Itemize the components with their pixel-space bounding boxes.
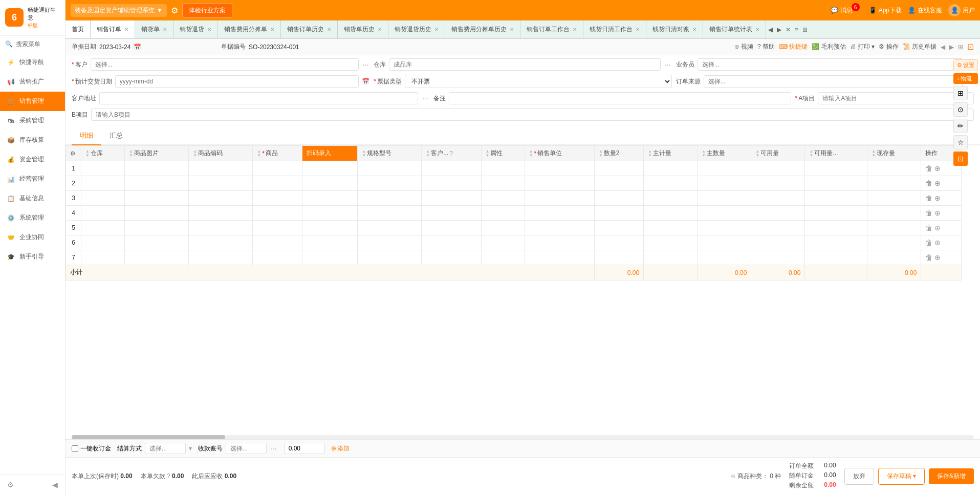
calendar-icon[interactable]: 📅 — [134, 44, 141, 51]
row-copy-icon[interactable]: ⊕ — [934, 253, 941, 262]
tab-close-icon[interactable]: ✕ — [692, 27, 696, 32]
side-btn-3[interactable]: ✏ — [953, 119, 968, 133]
sidebar-item-basic[interactable]: 📋 基础信息 — [0, 189, 65, 208]
salesperson-input[interactable] — [698, 58, 963, 71]
tab-sales-order[interactable]: 销售订单 ✕ — [91, 20, 135, 39]
tab-return-history[interactable]: 销货退货历史 ✕ — [388, 20, 445, 39]
help-icon[interactable]: ? — [167, 472, 170, 480]
video-action[interactable]: ⊙ 视频 — [734, 42, 753, 51]
row-delete-icon[interactable]: 🗑 — [925, 253, 932, 262]
one-click-checkbox[interactable] — [72, 445, 78, 452]
row-delete-icon[interactable]: 🗑 — [925, 209, 932, 217]
tab-close-icon[interactable]: ✕ — [755, 27, 759, 32]
settings-panel-button[interactable]: ⚙ 设置 — [953, 59, 978, 71]
industry-plan-button[interactable]: 体验行业方案 — [182, 3, 232, 18]
payment-dropdown-icon[interactable]: ▾ — [189, 445, 192, 452]
row-copy-icon[interactable]: ⊕ — [934, 164, 941, 173]
tab-nav-close[interactable]: ✕ — [783, 20, 793, 39]
warehouse-more-icon[interactable]: ··· — [664, 59, 672, 70]
customer-input[interactable] — [91, 58, 359, 71]
tab-close-icon[interactable]: ✕ — [434, 27, 439, 32]
draft-dropdown-icon[interactable]: ▾ — [913, 472, 916, 480]
grid-icon[interactable]: ⊞ — [958, 44, 963, 51]
save-new-button[interactable]: 保存&新增 — [929, 468, 974, 484]
tab-nav-expand[interactable]: ⊞ — [800, 20, 810, 39]
nav-prev-icon[interactable]: ◀ — [941, 44, 945, 51]
b-project-input[interactable] — [91, 109, 974, 121]
order-source-input[interactable] — [704, 75, 963, 88]
sku-icon[interactable]: ⊙ — [731, 472, 736, 480]
side-btn-2[interactable]: ⊙ — [953, 102, 968, 117]
help-action[interactable]: ? 帮助 — [757, 42, 775, 51]
tab-close-icon[interactable]: ✕ — [163, 27, 167, 32]
sidebar-item-inventory[interactable]: 📦 库存核算 — [0, 131, 65, 150]
expand-icon[interactable]: ⊡ — [967, 42, 974, 52]
tab-home[interactable]: 首页 — [66, 20, 91, 39]
row-delete-icon[interactable]: 🗑 — [925, 239, 932, 247]
nav-next-icon[interactable]: ▶ — [949, 44, 954, 51]
side-btn-4[interactable]: ☆ — [953, 135, 968, 149]
settings-gear-icon[interactable]: ⚙ — [171, 6, 178, 15]
add-payment-button[interactable]: ⊕ 添加 — [331, 444, 350, 453]
side-btn-5[interactable]: ⊡ — [953, 152, 968, 166]
history-action[interactable]: 📜 历史单据 — [903, 42, 937, 51]
row-delete-icon[interactable]: 🗑 — [925, 179, 932, 187]
tab-sales-return[interactable]: 销货退货 ✕ — [173, 20, 218, 39]
delivery-date-input[interactable] — [115, 75, 359, 88]
sidebar-item-enterprise[interactable]: 🤝 企业协同 — [0, 228, 65, 247]
tab-sales-expense[interactable]: 销售费用分摊单 ✕ — [218, 20, 281, 39]
shortcut-action[interactable]: ⌨ 快捷键 — [779, 42, 808, 51]
sidebar-item-finance[interactable]: 💰 资金管理 — [0, 150, 65, 169]
tab-close-icon[interactable]: ✕ — [636, 27, 640, 32]
sidebar-item-quicknav[interactable]: ⚡ 快捷导航 — [0, 53, 65, 72]
tab-sales-slip[interactable]: 销货单 ✕ — [135, 20, 173, 39]
tab-close-icon[interactable]: ✕ — [270, 27, 274, 32]
sidebar-item-marketing[interactable]: 📢 营销推广 — [0, 72, 65, 92]
collapse-icon[interactable]: ◀ — [49, 479, 61, 491]
print-action[interactable]: 🖨 打印 ▾ — [850, 42, 875, 51]
sidebar-item-operations[interactable]: 📊 经营管理 — [0, 169, 65, 189]
row-delete-icon[interactable]: 🗑 — [925, 164, 932, 173]
tab-reconcile[interactable]: 钱货日清对账 ✕ — [646, 20, 703, 39]
operation-action[interactable]: ⚙ 操作 — [879, 42, 898, 51]
tab-summary[interactable]: 汇总 — [101, 127, 131, 145]
tab-close-icon[interactable]: ✕ — [124, 27, 128, 32]
tab-close-icon[interactable]: ✕ — [510, 27, 514, 32]
sidebar-item-sales[interactable]: 🛒 销售管理 — [0, 92, 65, 111]
calendar-icon-2[interactable]: 📅 — [362, 78, 369, 85]
address-more-icon[interactable]: ··· — [421, 93, 429, 103]
warehouse-input[interactable] — [389, 58, 661, 71]
a-project-input[interactable] — [818, 92, 974, 104]
notification-item[interactable]: 💬 消息 6 — [831, 6, 863, 15]
tab-close-icon[interactable]: ✕ — [378, 27, 382, 32]
sidebar-item-purchase[interactable]: 🛍 采购管理 — [0, 111, 65, 131]
profit-estimate-action[interactable]: 💹 毛利预估 — [812, 42, 845, 51]
tab-expense-history[interactable]: 销售费用分摊单历史 ✕ — [445, 20, 520, 39]
tab-nav-prev[interactable]: ◀ — [766, 20, 775, 39]
row-copy-icon[interactable]: ⊕ — [934, 239, 941, 247]
logistics-panel-button[interactable]: + 物流 — [953, 73, 978, 84]
discard-button[interactable]: 放弃 — [844, 468, 874, 485]
payment-method-input[interactable] — [145, 443, 186, 454]
row-copy-icon[interactable]: ⊕ — [934, 179, 941, 187]
tab-close-icon[interactable]: ✕ — [327, 27, 331, 32]
account-input[interactable] — [226, 443, 267, 454]
sidebar-item-guide[interactable]: 🎓 新手引导 — [0, 247, 65, 267]
settings-icon[interactable]: ⚙ — [70, 150, 76, 157]
address-input[interactable] — [99, 92, 418, 104]
customer-more-icon[interactable]: ··· — [362, 59, 370, 70]
tab-close-icon[interactable]: ✕ — [573, 27, 577, 32]
remark-input[interactable] — [449, 92, 791, 104]
tab-nav-next[interactable]: ▶ — [775, 20, 783, 39]
app-download-item[interactable]: 📱 App下载 — [869, 6, 902, 15]
account-more-icon[interactable]: ··· — [270, 443, 278, 454]
row-copy-icon[interactable]: ⊕ — [934, 224, 941, 232]
tab-nav-menu[interactable]: ≡ — [793, 20, 800, 39]
tab-daily-workbench[interactable]: 钱货日清工作台 ✕ — [583, 20, 646, 39]
tab-workbench[interactable]: 销售订单工作台 ✕ — [520, 20, 583, 39]
user-item[interactable]: 👤 用户 — [948, 4, 975, 16]
system-title-dropdown[interactable]: 装备及固定资产辅助管理系统 ▼ — [71, 4, 167, 17]
sidebar-search[interactable]: 🔍 搜索菜单 — [0, 36, 65, 53]
row-delete-icon[interactable]: 🗑 — [925, 224, 932, 232]
settings-icon[interactable]: ⚙ — [4, 479, 17, 491]
